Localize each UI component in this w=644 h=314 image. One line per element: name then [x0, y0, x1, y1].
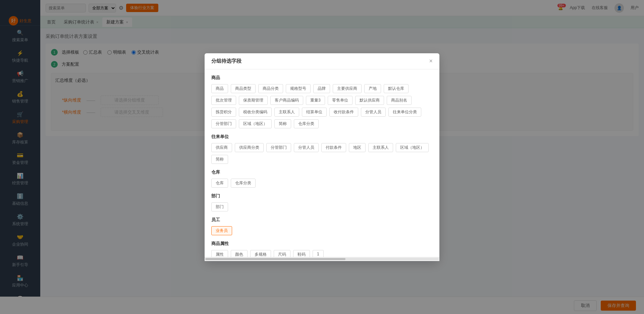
field-grid: 部门: [211, 202, 433, 211]
field-chip[interactable]: 分管部门: [266, 143, 291, 152]
field-chip[interactable]: 多规格: [250, 250, 271, 257]
field-select-dialog: 分组待选字段 × 商品商品商品类型商品分类规格型号品牌主要供应商产地默认仓库批次…: [205, 53, 439, 261]
field-chip[interactable]: 仓库分类: [294, 119, 319, 128]
field-chip[interactable]: 分管人员: [361, 108, 386, 117]
dialog-body: 商品商品商品类型商品分类规格型号品牌主要供应商产地默认仓库批次管理保质期管理客户…: [205, 69, 439, 257]
field-grid: 属性颜色多规格尺码鞋码1: [211, 250, 433, 257]
field-chip[interactable]: 尺码: [274, 250, 290, 257]
section-title: 往来单位: [211, 134, 433, 140]
modal-overlay: 分组待选字段 × 商品商品商品类型商品分类规格型号品牌主要供应商产地默认仓库批次…: [0, 0, 644, 314]
field-grid: 业务员: [211, 226, 433, 235]
scrollbar-track: [205, 258, 439, 260]
field-chip[interactable]: 零售单位: [328, 96, 353, 105]
section-title: 商品: [211, 75, 433, 81]
field-chip[interactable]: 区域（地区）: [239, 119, 272, 128]
field-chip[interactable]: 仓库分类: [231, 179, 256, 188]
field-chip[interactable]: 结算单位: [302, 108, 327, 117]
scrollbar-thumb: [205, 258, 345, 260]
section-title: 员工: [211, 217, 433, 223]
field-chip[interactable]: 产地: [364, 84, 381, 93]
field-chip[interactable]: 收付款条件: [329, 108, 358, 117]
dialog-header: 分组待选字段 ×: [205, 53, 439, 69]
field-chip[interactable]: 业务员: [211, 226, 232, 235]
field-chip[interactable]: 客户商品编码: [270, 96, 303, 105]
dialog-scrollbar[interactable]: [205, 257, 439, 261]
field-chip[interactable]: 商品分类: [258, 84, 283, 93]
field-chip[interactable]: 重量3: [306, 96, 325, 105]
field-chip[interactable]: 1: [313, 250, 324, 257]
field-chip[interactable]: 颜色: [231, 250, 248, 257]
field-chip[interactable]: 往来单位分类: [388, 108, 421, 117]
field-chip[interactable]: 鞋码: [293, 250, 310, 257]
field-section-0: 商品商品商品类型商品分类规格型号品牌主要供应商产地默认仓库批次管理保质期管理客户…: [211, 75, 433, 128]
field-section-1: 往来单位供应商供应商分类分管部门分管人员付款条件地区主联系人区域（地区）简称: [211, 134, 433, 164]
field-grid: 商品商品类型商品分类规格型号品牌主要供应商产地默认仓库批次管理保质期管理客户商品…: [211, 84, 433, 128]
section-title: 商品属性: [211, 241, 433, 247]
field-chip[interactable]: 主联系人: [368, 143, 393, 152]
field-grid: 仓库仓库分类: [211, 179, 433, 188]
field-chip[interactable]: 保质期管理: [239, 96, 268, 105]
field-chip[interactable]: 供应商分类: [235, 143, 264, 152]
field-chip[interactable]: 拣货积分: [211, 108, 236, 117]
field-chip[interactable]: 批次管理: [211, 96, 236, 105]
field-chip[interactable]: 供应商: [211, 143, 232, 152]
field-chip[interactable]: 品牌: [313, 84, 330, 93]
field-chip[interactable]: 商品别名: [387, 96, 412, 105]
field-chip[interactable]: 商品类型: [231, 84, 256, 93]
section-title: 仓库: [211, 169, 433, 175]
field-chip[interactable]: 仓库: [211, 179, 228, 188]
field-chip[interactable]: 地区: [349, 143, 366, 152]
field-chip[interactable]: 区域（地区）: [396, 143, 429, 152]
field-chip[interactable]: 简称: [274, 119, 291, 128]
field-section-5: 商品属性属性颜色多规格尺码鞋码1: [211, 241, 433, 257]
section-title: 部门: [211, 193, 433, 199]
field-chip[interactable]: 主联系人: [274, 108, 299, 117]
field-section-3: 部门部门: [211, 193, 433, 211]
dialog-close-button[interactable]: ×: [429, 58, 433, 64]
field-chip[interactable]: 主要供应商: [333, 84, 362, 93]
field-grid: 供应商供应商分类分管部门分管人员付款条件地区主联系人区域（地区）简称: [211, 143, 433, 164]
field-chip[interactable]: 简称: [211, 155, 228, 164]
field-chip[interactable]: 分管部门: [211, 119, 236, 128]
field-chip[interactable]: 部门: [211, 202, 228, 211]
field-chip[interactable]: 税收分类编码: [239, 108, 272, 117]
field-chip[interactable]: 默认供应商: [355, 96, 384, 105]
field-chip[interactable]: 规格型号: [286, 84, 311, 93]
field-chip[interactable]: 付款条件: [321, 143, 346, 152]
field-chip[interactable]: 默认仓库: [384, 84, 409, 93]
dialog-title: 分组待选字段: [211, 58, 241, 64]
field-section-4: 员工业务员: [211, 217, 433, 235]
field-section-2: 仓库仓库仓库分类: [211, 169, 433, 188]
field-chip[interactable]: 属性: [211, 250, 228, 257]
field-chip[interactable]: 商品: [211, 84, 228, 93]
field-chip[interactable]: 分管人员: [294, 143, 319, 152]
